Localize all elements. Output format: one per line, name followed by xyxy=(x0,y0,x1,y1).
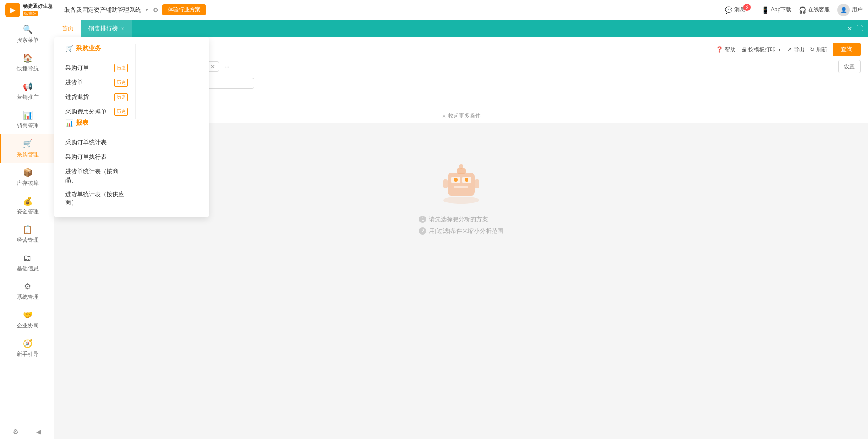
system-name: 装备及固定资产辅助管理系统 xyxy=(64,6,141,14)
menu-item-purchase-order-stat[interactable]: 采购订单统计表 xyxy=(65,135,128,150)
sidebar-item-operation[interactable]: 📋 经营管理 xyxy=(0,220,54,249)
print-button[interactable]: 🖨 按模板打印 ▼ xyxy=(741,46,782,54)
sidebar-item-purchase[interactable]: 🛒 采购管理 xyxy=(0,134,54,163)
svg-rect-6 xyxy=(454,186,468,188)
svg-point-0 xyxy=(443,197,479,204)
tab-close-all-icon[interactable]: ✕ xyxy=(847,25,853,32)
home-icon: 🏠 xyxy=(23,53,33,63)
sidebar-item-search[interactable]: 🔍 搜索菜单 xyxy=(0,20,54,49)
tab-home[interactable]: 首页 xyxy=(54,20,81,37)
message-icon: 💬 xyxy=(725,6,732,14)
menu-item-inbound-stat-goods[interactable]: 进货单统计表（按商品） xyxy=(65,164,128,187)
menu-section-report: 📊 报表 采购订单统计表 采购订单执行表 进货单统计表（按商品） 进货单统计表（… xyxy=(62,119,132,210)
user-avatar[interactable]: 👤 用户 xyxy=(837,4,863,16)
sidebar-item-basic[interactable]: 🗂 基础信息 xyxy=(0,249,54,277)
svg-point-4 xyxy=(454,178,458,182)
tab-bar: 首页 销售排行榜 ✕ ✕ ⛶ xyxy=(54,20,868,37)
query-button[interactable]: 查询 xyxy=(833,43,861,56)
purchase-icon: 🛒 xyxy=(23,139,33,149)
topbar-system: 装备及固定资产辅助管理系统 ▼ ⚙ 体验行业方案 xyxy=(64,4,725,15)
phone-icon: 📱 xyxy=(761,6,769,14)
avatar: 👤 xyxy=(837,4,850,16)
topbar: ▶ 畅捷通好生意 标准版 装备及固定资产辅助管理系统 ▼ ⚙ 体验行业方案 💬 … xyxy=(0,0,868,20)
sales-icon: 📊 xyxy=(23,110,33,120)
settings-right: 设置 xyxy=(838,60,861,73)
purchase-menu-icon: 🛒 xyxy=(65,45,73,52)
svg-rect-1 xyxy=(448,173,475,196)
tab-close-icon[interactable]: ✕ xyxy=(121,26,124,31)
logo-icon: ▶ xyxy=(5,3,20,17)
menu-purchase-title: 🛒 采购业务 xyxy=(65,44,128,55)
menu-section-purchase: 🛒 采购业务 采购订单 历史 进货单 历史 进货退货 历史 采购费用分摊单 历史 xyxy=(62,44,132,119)
messages-button[interactable]: 💬 消息 6 xyxy=(725,6,754,14)
search-icon: 🔍 xyxy=(23,25,33,35)
sidebar-item-system[interactable]: ⚙ 系统管理 xyxy=(0,277,54,306)
system-icon: ⚙ xyxy=(24,281,31,291)
logo-text: 畅捷通好生意 标准版 xyxy=(23,3,53,17)
sidebar-item-guide[interactable]: 🧭 新手引导 xyxy=(0,334,54,363)
topbar-right: 💬 消息 6 📱 App下载 🎧 在线客服 👤 用户 xyxy=(725,4,863,16)
menu-item-inbound[interactable]: 进货单 历史 xyxy=(65,75,128,90)
headset-icon: 🎧 xyxy=(799,6,806,14)
inbound-badge: 历史 xyxy=(114,79,128,87)
sidebar-item-enterprise[interactable]: 🤝 企业协同 xyxy=(0,306,54,334)
svg-rect-10 xyxy=(475,179,479,188)
sidebar-settings-icon[interactable]: ⚙ xyxy=(13,428,19,435)
sidebar-item-marketing[interactable]: 📢 营销推广 xyxy=(0,77,54,106)
refresh-button[interactable]: ↻ 刷新 xyxy=(810,46,827,54)
online-service-button[interactable]: 🎧 在线客服 xyxy=(799,6,830,14)
export-button[interactable]: ↗ 导出 xyxy=(787,46,805,54)
logo: ▶ 畅捷通好生意 标准版 xyxy=(5,3,60,17)
inbound-return-badge: 历史 xyxy=(114,93,128,101)
menu-item-purchase-expense[interactable]: 采购费用分摊单 历史 xyxy=(65,104,128,119)
system-dropdown-icon[interactable]: ▼ xyxy=(145,7,149,12)
basic-icon: 🗂 xyxy=(24,253,32,263)
sidebar-item-quick[interactable]: 🏠 快捷导航 xyxy=(0,49,54,77)
sidebar-bottom: ⚙ ◀ xyxy=(0,424,54,439)
tab-expand-icon[interactable]: ⛶ xyxy=(856,25,863,32)
report-menu-icon: 📊 xyxy=(65,119,73,127)
svg-rect-7 xyxy=(457,168,466,174)
settings-icon[interactable]: ⚙ xyxy=(153,6,159,14)
menu-item-purchase-order[interactable]: 采购订单 历史 xyxy=(65,61,128,75)
svg-point-8 xyxy=(459,164,463,169)
sidebar-item-inventory[interactable]: 📦 库存核算 xyxy=(0,163,54,192)
purchase-expense-badge: 历史 xyxy=(114,108,128,116)
menu-report-title: 📊 报表 xyxy=(65,119,128,130)
settings-button[interactable]: 设置 xyxy=(838,60,861,73)
sidebar: 🔍 搜索菜单 🏠 快捷导航 📢 营销推广 📊 销售管理 🛒 采购管理 📦 库存核… xyxy=(0,20,54,439)
goods-ellipsis[interactable]: ··· xyxy=(224,63,229,70)
operation-icon: 📋 xyxy=(23,225,33,235)
empty-illustration xyxy=(434,159,488,205)
app-download-button[interactable]: 📱 App下载 xyxy=(761,6,791,14)
solution-button[interactable]: 体验行业方案 xyxy=(162,4,206,15)
marketing-icon: 📢 xyxy=(23,82,33,92)
inventory-icon: 📦 xyxy=(23,168,33,178)
sidebar-collapse-icon[interactable]: ◀ xyxy=(36,428,41,435)
empty-tips: 1 请先选择要分析的方案 2 用[过滤]条件来缩小分析范围 xyxy=(419,213,503,237)
help-button[interactable]: ❓ 帮助 xyxy=(716,46,736,54)
tab-sales-rank[interactable]: 销售排行榜 ✕ xyxy=(81,20,132,37)
message-badge: 6 xyxy=(743,4,751,11)
tab-bar-controls: ✕ ⛶ xyxy=(847,25,868,32)
menu-item-inbound-return[interactable]: 进货退货 历史 xyxy=(65,90,128,104)
enterprise-icon: 🤝 xyxy=(23,310,33,320)
sidebar-item-sales[interactable]: 📊 销售管理 xyxy=(0,106,54,134)
purchase-dropdown-menu[interactable]: 🛒 采购业务 采购订单 历史 进货单 历史 进货退货 历史 采购费用分摊单 历史 xyxy=(54,37,209,217)
refresh-icon: ↻ xyxy=(810,46,814,53)
empty-tip-2: 2 用[过滤]条件来缩小分析范围 xyxy=(419,225,503,237)
print-dropdown-icon[interactable]: ▼ xyxy=(777,47,782,52)
goods-tag-close-icon[interactable]: ✕ xyxy=(210,64,215,70)
guide-icon: 🧭 xyxy=(23,339,33,349)
help-icon: ❓ xyxy=(716,46,723,53)
svg-rect-9 xyxy=(443,179,448,188)
purchase-order-badge: 历史 xyxy=(114,64,128,72)
print-icon: 🖨 xyxy=(741,46,746,53)
export-icon: ↗ xyxy=(787,46,792,53)
menu-item-inbound-stat-supplier[interactable]: 进货单统计表（按供应商） xyxy=(65,187,128,210)
sidebar-item-capital[interactable]: 💰 资金管理 xyxy=(0,192,54,220)
menu-divider xyxy=(135,44,136,119)
menu-item-purchase-order-exec[interactable]: 采购订单执行表 xyxy=(65,150,128,164)
capital-icon: 💰 xyxy=(23,196,33,206)
svg-point-5 xyxy=(465,178,468,182)
